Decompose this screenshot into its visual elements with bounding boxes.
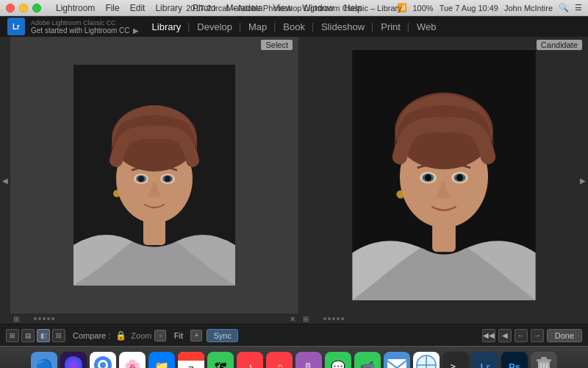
right-photo-container[interactable] (300, 37, 588, 314)
dock-siri[interactable] (60, 352, 87, 369)
close-button[interactable] (6, 4, 15, 13)
zoom-section: Zoom - Fit + (131, 330, 202, 342)
lr-identity: Adobe Lightroom Classic CC Get started w… (31, 19, 139, 35)
dock-finder[interactable]: 🔵 (31, 352, 57, 369)
grid-view-icon[interactable]: ⊞ (6, 329, 19, 342)
lr-arrow-icon: ▶ (133, 26, 139, 35)
left-arrow-icon: ◀ (2, 177, 8, 185)
svg-point-30 (100, 362, 106, 368)
nav-library[interactable]: Library (145, 18, 189, 35)
menu-edit[interactable]: Edit (130, 3, 146, 13)
svg-point-22 (396, 190, 404, 198)
dock-music[interactable]: ♪ (237, 352, 263, 369)
svg-text:>_: >_ (451, 361, 462, 369)
svg-point-10 (165, 176, 171, 182)
survey-view-icon[interactable]: ⊟ (52, 329, 65, 342)
zoom-value: Fit (169, 331, 187, 340)
svg-point-20 (425, 174, 431, 181)
candidate-panel: Candidate (300, 37, 588, 324)
left-expand-icon[interactable]: ⊞ (13, 315, 19, 323)
right-expand-icon[interactable]: ⊞ (303, 315, 309, 323)
dock-lightroom[interactable]: Lr (472, 352, 498, 369)
svg-text:📹: 📹 (360, 360, 375, 369)
dock-calendar[interactable]: 7 (178, 352, 204, 369)
battery-level: 100% (413, 4, 434, 13)
svg-text:Ps: Ps (509, 361, 520, 369)
candidate-label: Candidate (537, 40, 582, 50)
lr-logo: Lr (7, 18, 25, 35)
search-icon[interactable]: 🔍 (559, 3, 569, 13)
dock-messages[interactable]: 💬 (325, 352, 351, 369)
forward-button[interactable]: → (531, 329, 544, 342)
nav-book[interactable]: Book (276, 18, 312, 35)
svg-text:🗺: 🗺 (215, 361, 226, 369)
right-portrait (337, 50, 551, 300)
dock-chrome[interactable] (90, 352, 116, 369)
sync-button[interactable]: Sync (207, 329, 237, 342)
window-title: 2017-2.lrcat – Adobe Photoshop Lightroom… (186, 4, 402, 13)
dock-trash[interactable] (531, 352, 557, 369)
done-button[interactable]: Done (547, 329, 582, 342)
lr-nav: Library Develop Map Book Slideshow Print… (145, 18, 444, 35)
filmstrip-view-icon[interactable]: ▤ (21, 329, 35, 342)
dock-itunes[interactable]: ♫ (266, 352, 293, 369)
dock-maps[interactable]: 🗺 (207, 352, 234, 369)
zoom-label: Zoom (131, 331, 151, 340)
svg-text:♫: ♫ (276, 361, 284, 369)
dock-files[interactable]: 📁 (148, 352, 175, 369)
left-close-icon[interactable]: ✕ (290, 315, 295, 323)
prev-arrow-button[interactable]: ◀◀ (482, 329, 495, 342)
lr-get-started[interactable]: Get started with Lightroom CC (31, 26, 130, 35)
left-panel-toggle[interactable]: ◀ (0, 37, 10, 324)
titlebar: Lightroom File Edit Library Photo Metada… (0, 0, 588, 16)
lock-icon[interactable]: 🔒 (115, 330, 126, 342)
back-button[interactable]: ← (514, 329, 528, 342)
nav-web[interactable]: Web (409, 18, 444, 35)
dock-app[interactable]: >_ (442, 352, 469, 369)
dock-podcasts[interactable]: 🎙 (295, 352, 322, 369)
select-label: Select (261, 40, 293, 50)
photos-area: Select (10, 37, 588, 324)
svg-point-21 (456, 174, 463, 181)
compare-label: Compare : (73, 331, 110, 340)
svg-text:💬: 💬 (331, 360, 345, 369)
menu-file[interactable]: File (105, 3, 119, 13)
right-panel-toggle[interactable]: ▶ (578, 37, 588, 324)
right-scroll-dots (323, 317, 344, 320)
nav-slideshow[interactable]: Slideshow (314, 18, 372, 35)
dock-mail[interactable] (384, 352, 410, 369)
svg-text:Lr: Lr (481, 361, 490, 369)
lr-app-title: Adobe Lightroom Classic CC (31, 19, 139, 26)
svg-text:🎙: 🎙 (304, 361, 314, 369)
minimize-button[interactable] (19, 4, 28, 13)
maximize-button[interactable] (32, 4, 41, 13)
right-arrow-icon: ▶ (580, 177, 586, 185)
svg-rect-67 (541, 357, 547, 360)
dock-facetime[interactable]: 📹 (354, 352, 381, 369)
menu-app[interactable]: Lightroom (56, 3, 95, 13)
left-scroll: ⊞ ✕ (10, 314, 298, 324)
zoom-minus-button[interactable]: - (154, 330, 166, 342)
nav-print[interactable]: Print (373, 18, 408, 35)
menu-library[interactable]: Library (155, 3, 182, 13)
svg-text:🌸: 🌸 (124, 358, 141, 369)
svg-text:7: 7 (188, 364, 194, 369)
zoom-plus-button[interactable]: + (190, 330, 202, 342)
left-photo-container[interactable] (10, 37, 298, 314)
svg-rect-37 (178, 356, 204, 361)
dock-safari[interactable] (413, 352, 440, 369)
nav-develop[interactable]: Develop (190, 18, 240, 35)
traffic-lights (6, 4, 41, 13)
prev-button[interactable]: ◀ (498, 329, 512, 342)
nav-map[interactable]: Map (241, 18, 274, 35)
svg-text:♪: ♪ (247, 361, 253, 369)
titlebar-right: 📶 100% Tue 7 Aug 10:49 John McIntire 🔍 ☰ (397, 3, 583, 13)
svg-text:🔵: 🔵 (36, 358, 53, 369)
dock-photos[interactable]: 🌸 (119, 352, 146, 369)
control-icon[interactable]: ☰ (575, 3, 582, 13)
dock-photoshop[interactable]: Ps (501, 352, 528, 369)
datetime-display: Tue 7 Aug 10:49 (440, 4, 498, 13)
compare-view-icon[interactable]: ◧ (37, 329, 50, 342)
toolbar: ⊞ ▤ ◧ ⊟ Compare : 🔒 Zoom - Fit + Sync ◀◀… (0, 324, 588, 346)
user-name: John McIntire (504, 4, 553, 13)
